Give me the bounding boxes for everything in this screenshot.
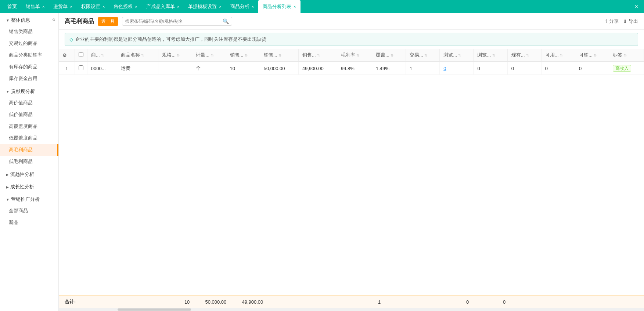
settings-icon[interactable]: ⚙ <box>62 53 67 58</box>
sidebar-item-stocked-goods[interactable]: 有库存的商品 <box>0 61 58 73</box>
nav-home[interactable]: 首页 <box>3 0 21 13</box>
col-header-unit[interactable]: 计量... ⇅ <box>192 49 226 62</box>
horizontal-scrollbar[interactable] <box>59 308 644 311</box>
share-icon: ⤴ <box>605 19 608 24</box>
col-header-settings[interactable]: ⚙ <box>59 49 75 62</box>
sort-transactions-icon: ⇅ <box>424 53 427 57</box>
nav-template-settings[interactable]: 单据模板设置 × <box>184 0 226 13</box>
footer-available-stock: 0 <box>480 299 509 305</box>
row-sku: 0000... <box>87 62 117 75</box>
search-box: 🔍 <box>122 17 232 26</box>
nav-product-analysis-list[interactable]: 商品分析列表 × <box>258 0 300 13</box>
nav-role-auth[interactable]: 角色授权 × <box>109 0 141 13</box>
sort-sales-profit-icon: ⇅ <box>317 53 320 57</box>
col-header-saleable-stock[interactable]: 可销... ⇅ <box>575 49 609 62</box>
sidebar-item-new-goods[interactable]: 新品 <box>0 217 58 228</box>
col-header-views1[interactable]: 浏览... ⇅ <box>440 49 474 62</box>
nav-permission-settings[interactable]: 权限设置 × <box>77 0 109 13</box>
sidebar: « ▼ 整体信息 销售类商品 交易过的商品 商品分类助销率 有库存的商品 库存资… <box>0 13 59 311</box>
row-views2: 0 <box>474 62 507 75</box>
nav-sales-order[interactable]: 销售单 × <box>21 0 49 13</box>
sidebar-item-traded-goods[interactable]: 交易过的商品 <box>0 37 58 49</box>
col-header-transactions[interactable]: 交易... ⇅ <box>406 49 440 62</box>
col-header-spec[interactable]: 规格... ⇅ <box>158 49 192 62</box>
row-coverage: 1.49% <box>372 62 406 75</box>
page-title: 高毛利商品 <box>65 18 94 25</box>
close-permission-settings-icon[interactable]: × <box>102 4 105 9</box>
nav-product-analysis[interactable]: 商品分析 × <box>226 0 258 13</box>
row-name: 运费 <box>117 62 158 75</box>
col-header-views2[interactable]: 浏览... ⇅ <box>474 49 507 62</box>
sort-tag-icon: ⇅ <box>624 53 627 57</box>
sidebar-group-overall[interactable]: ▼ 整体信息 <box>0 13 58 26</box>
info-text: 企业的主要的利润都是这部分商品创造的，可考虑加大推广，同时关注库存是不要出现缺货 <box>75 36 266 43</box>
footer-sales-profit: 49,900.00 <box>237 299 267 305</box>
table-footer: 合计: 10 50,000.00 49,900.00 1 0 0 <box>59 295 644 308</box>
footer-transactions: 1 <box>355 299 384 305</box>
sort-views1-icon: ⇅ <box>458 53 461 57</box>
caret-down-icon-2: ▼ <box>6 90 10 94</box>
sidebar-item-category-rate[interactable]: 商品分类助销率 <box>0 49 58 61</box>
nav-finished-goods[interactable]: 产成品入库单 × <box>142 0 184 13</box>
caret-down-icon: ▼ <box>6 18 10 22</box>
col-header-checkbox[interactable] <box>75 49 87 62</box>
footer-total-label: 合计: <box>65 299 76 305</box>
search-icon[interactable]: 🔍 <box>223 18 229 24</box>
row-views1[interactable]: 0 <box>440 62 474 75</box>
select-all-checkbox[interactable] <box>79 52 83 57</box>
col-header-tag[interactable]: 标签 ⇅ <box>609 49 644 62</box>
sidebar-item-low-margin[interactable]: 低毛利商品 <box>0 156 58 167</box>
row-checkbox-cell[interactable] <box>75 62 87 75</box>
row-checkbox[interactable] <box>79 65 83 70</box>
col-header-gross-margin[interactable]: 毛利率 ⇅ <box>337 49 372 62</box>
sort-unit-icon: ⇅ <box>211 53 214 57</box>
sidebar-group-growth[interactable]: ▶ 成长性分析 <box>0 180 58 192</box>
col-header-current-stock[interactable]: 现有... ⇅ <box>507 49 541 62</box>
col-header-sales-amount[interactable]: 销售... ⇅ <box>260 49 298 62</box>
export-button[interactable]: ⬇ 导出 <box>623 18 638 25</box>
col-header-available-stock[interactable]: 可用... ⇅ <box>541 49 575 62</box>
sidebar-group-marketing[interactable]: ▼ 营销推广分析 <box>0 192 58 205</box>
close-product-analysis-icon[interactable]: × <box>252 4 254 9</box>
sidebar-item-high-margin[interactable]: 高毛利商品 <box>0 144 58 156</box>
sort-saleable-stock-icon: ⇅ <box>594 53 597 57</box>
scrollbar-thumb[interactable] <box>118 308 191 311</box>
sidebar-item-high-coverage[interactable]: 高覆盖度商品 <box>0 120 58 132</box>
close-role-auth-icon[interactable]: × <box>135 4 137 9</box>
close-finished-goods-icon[interactable]: × <box>177 4 179 9</box>
header-actions: ⤴ 分享 ⬇ 导出 <box>605 18 638 25</box>
search-input[interactable] <box>125 19 223 24</box>
close-product-analysis-list-icon[interactable]: × <box>294 4 296 9</box>
close-purchase-order-icon[interactable]: × <box>70 4 72 9</box>
col-header-coverage[interactable]: 覆盖... ⇅ <box>372 49 406 62</box>
share-button[interactable]: ⤴ 分享 <box>605 18 619 25</box>
sidebar-item-low-coverage[interactable]: 低覆盖度商品 <box>0 132 58 144</box>
col-header-sales-qty[interactable]: 销售... ⇅ <box>226 49 260 62</box>
sidebar-item-high-value[interactable]: 高价值商品 <box>0 97 58 109</box>
sidebar-group-trend[interactable]: ▶ 流趋性分析 <box>0 167 58 180</box>
table-wrapper[interactable]: ⚙ 商... ⇅ 商品名称 ⇅ <box>59 49 644 295</box>
sidebar-item-stock-capital[interactable]: 库存资金占用 <box>0 73 58 84</box>
sidebar-item-all-goods[interactable]: 全部商品 <box>0 205 58 217</box>
row-index: 1 <box>59 62 75 75</box>
col-header-sku[interactable]: 商... ⇅ <box>87 49 117 62</box>
sort-sku-icon: ⇅ <box>101 53 104 57</box>
sidebar-item-sales-goods[interactable]: 销售类商品 <box>0 26 58 37</box>
caret-right-icon-2: ▶ <box>6 185 9 189</box>
data-table: ⚙ 商... ⇅ 商品名称 ⇅ <box>59 49 644 75</box>
col-header-sales-profit[interactable]: 销售... ⇅ <box>298 49 337 62</box>
sidebar-item-low-value[interactable]: 低价值商品 <box>0 109 58 120</box>
col-header-name[interactable]: 商品名称 ⇅ <box>117 49 158 62</box>
nav-purchase-order[interactable]: 进货单 × <box>49 0 76 13</box>
close-sales-order-icon[interactable]: × <box>42 4 44 9</box>
export-icon: ⬇ <box>623 19 627 24</box>
footer-sales-amount: 50,000.00 <box>201 299 230 305</box>
filter-period-button[interactable]: 近一月 <box>98 17 118 26</box>
sidebar-group-contribution[interactable]: ▼ 贡献度分析 <box>0 84 58 97</box>
close-template-settings-icon[interactable]: × <box>219 4 221 9</box>
sort-name-icon: ⇅ <box>141 53 144 57</box>
close-all-tabs-button[interactable]: × <box>632 3 641 10</box>
sort-available-stock-icon: ⇅ <box>560 53 563 57</box>
sort-coverage-icon: ⇅ <box>391 53 393 57</box>
sidebar-collapse-button[interactable]: « <box>52 16 55 23</box>
